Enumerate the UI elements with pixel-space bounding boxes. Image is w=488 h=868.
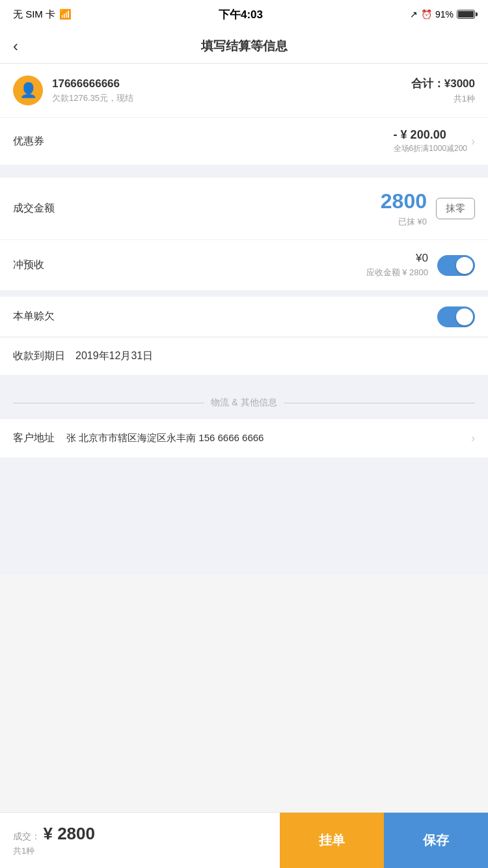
footer: 成交： ¥ 2800 共1种 挂单 保存 — [0, 812, 488, 868]
debt-toggle-knob — [456, 308, 473, 325]
logistics-section: 物流 & 其他信息 — [0, 388, 488, 418]
customer-left: 👤 17666666666 欠款1276.35元，现结 — [13, 75, 133, 105]
hold-button[interactable]: 挂单 — [280, 813, 384, 869]
customer-count: 共1种 — [411, 93, 475, 105]
debt-row: 本单赊欠 — [0, 297, 488, 337]
status-right: ↗ ⏰ 91% — [410, 9, 475, 20]
logistics-line-left — [13, 403, 204, 403]
toggle-knob — [456, 257, 473, 274]
logistics-title: 物流 & 其他信息 — [211, 397, 277, 409]
avatar-icon: 👤 — [20, 82, 37, 99]
coupon-discount: - ¥ 200.00 — [394, 128, 467, 142]
battery-icon — [457, 10, 475, 19]
debt-toggle[interactable] — [437, 306, 475, 327]
footer-deal-label: 成交： — [13, 831, 40, 841]
debt-card: 本单赊欠 收款到期日 2019年12月31日 — [0, 297, 488, 375]
logistics-line-right — [284, 403, 475, 403]
precollect-row: 冲预收 ¥0 应收金额 ¥ 2800 — [0, 240, 488, 290]
nav-bar: ‹ 填写结算等信息 — [0, 29, 488, 64]
amount-row: 成交金额 2800 已抹 ¥0 抹零 — [0, 178, 488, 240]
no-sim-label: 无 SIM 卡 — [13, 8, 55, 21]
debt-label: 本单赊欠 — [13, 310, 55, 323]
section-gap-2 — [0, 290, 488, 297]
customer-info: 17666666666 欠款1276.35元，现结 — [52, 77, 133, 104]
wifi-icon: 📶 — [59, 8, 72, 20]
customer-total: 合计：¥3000 — [411, 76, 475, 91]
customer-sub: 欠款1276.35元，现结 — [52, 92, 133, 104]
precollect-amount: ¥0 — [366, 252, 428, 265]
precollect-right: ¥0 应收金额 ¥ 2800 — [366, 252, 475, 278]
location-icon: ↗ — [410, 9, 418, 20]
main-content: 👤 17666666666 欠款1276.35元，现结 合计：¥3000 共1种… — [0, 64, 488, 575]
address-row[interactable]: 客户地址 张 北京市市辖区海淀区永丰南 156 6666 6666 › — [0, 419, 488, 457]
section-gap-3 — [0, 381, 488, 388]
due-date-label: 收款到期日 — [13, 349, 65, 363]
bottom-spacer — [0, 457, 488, 575]
amount-right: 2800 已抹 ¥0 抹零 — [381, 189, 475, 228]
precollect-sub: 应收金额 ¥ 2800 — [366, 267, 428, 278]
round-button[interactable]: 抹零 — [436, 198, 475, 219]
coupon-right: - ¥ 200.00 全场6折满1000减200 › — [394, 128, 475, 154]
footer-count: 共1种 — [13, 845, 267, 857]
precollect-toggle[interactable] — [437, 255, 475, 276]
due-date-row: 收款到期日 2019年12月31日 — [0, 337, 488, 375]
logistics-header: 物流 & 其他信息 — [0, 388, 488, 418]
amount-value-col: 2800 已抹 ¥0 — [381, 189, 427, 228]
customer-row: 👤 17666666666 欠款1276.35元，现结 合计：¥3000 共1种 — [0, 64, 488, 117]
precollect-val: ¥0 应收金额 ¥ 2800 — [366, 252, 428, 278]
coupon-row[interactable]: 优惠券 - ¥ 200.00 全场6折满1000减200 › — [0, 117, 488, 165]
amount-section: 成交金额 2800 已抹 ¥0 抹零 冲预收 ¥0 应收金额 ¥ 2800 — [0, 178, 488, 290]
alarm-icon: ⏰ — [421, 9, 432, 20]
address-label: 客户地址 — [13, 431, 60, 445]
amount-label: 成交金额 — [13, 202, 55, 215]
battery-label: 91% — [435, 9, 454, 20]
coupon-info: - ¥ 200.00 全场6折满1000减200 — [394, 128, 467, 154]
customer-phone: 17666666666 — [52, 77, 133, 90]
footer-deal-row: 成交： ¥ 2800 — [13, 824, 267, 844]
page-title: 填写结算等信息 — [201, 38, 288, 55]
coupon-desc: 全场6折满1000减200 — [394, 143, 467, 154]
amount-value: 2800 — [381, 189, 427, 213]
avatar: 👤 — [13, 75, 43, 105]
customer-right: 合计：¥3000 共1种 — [411, 76, 475, 105]
address-value: 张 北京市市辖区海淀区永丰南 156 6666 6666 — [66, 431, 465, 446]
back-button[interactable]: ‹ — [13, 37, 18, 55]
section-gap-1 — [0, 171, 488, 178]
amount-sub: 已抹 ¥0 — [381, 216, 427, 228]
footer-amount: ¥ 2800 — [43, 824, 95, 843]
coupon-chevron-icon: › — [471, 135, 475, 148]
status-time: 下午4:03 — [219, 7, 263, 22]
footer-info: 成交： ¥ 2800 共1种 — [0, 824, 280, 857]
coupon-label: 优惠券 — [13, 135, 44, 148]
precollect-label: 冲预收 — [13, 258, 44, 272]
address-chevron-icon: › — [471, 431, 475, 445]
save-button[interactable]: 保存 — [384, 813, 488, 869]
status-left: 无 SIM 卡 📶 — [13, 8, 72, 21]
status-bar: 无 SIM 卡 📶 下午4:03 ↗ ⏰ 91% — [0, 0, 488, 29]
customer-card: 👤 17666666666 欠款1276.35元，现结 合计：¥3000 共1种… — [0, 64, 488, 165]
due-date-value: 2019年12月31日 — [75, 349, 153, 363]
